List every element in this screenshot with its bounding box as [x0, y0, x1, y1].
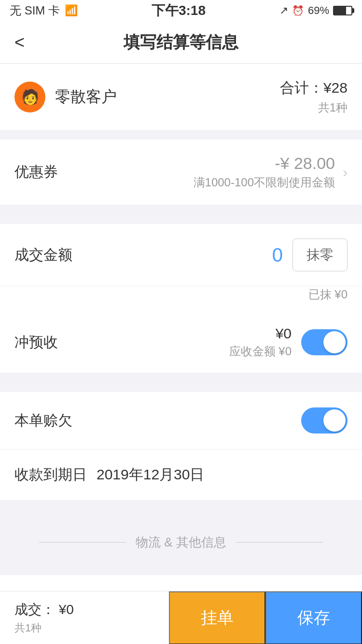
customer-row: 🧑 零散客户 合计：¥28 共1种	[0, 64, 362, 130]
battery-icon	[333, 6, 352, 15]
bottom-count: 共1种	[14, 621, 154, 635]
prepay-row: 冲预收 ¥0 应收金额 ¥0	[0, 312, 362, 373]
credit-row: 本单赊欠	[0, 392, 362, 449]
coupon-right: -¥ 28.00 满1000-100不限制使用金额 ›	[194, 154, 348, 190]
customer-name: 零散客户	[55, 86, 117, 108]
save-button[interactable]: 保存	[265, 591, 362, 644]
bottom-bar: 成交： ¥0 共1种 挂单 保存	[0, 591, 362, 644]
prepay-amount-col: ¥0 应收金额 ¥0	[229, 325, 292, 359]
prepay-toggle[interactable]	[301, 329, 348, 355]
total-count: 共1种	[280, 100, 348, 115]
page-content: 🧑 零散客户 合计：¥28 共1种 优惠券 -¥ 28.00 满1000-100…	[0, 64, 362, 644]
credit-toggle[interactable]	[301, 407, 348, 434]
prepay-right: ¥0 应收金额 ¥0	[229, 325, 348, 359]
status-left: 无 SIM 卡 📶	[10, 3, 78, 18]
alarm-icon: ⏰	[292, 5, 304, 16]
location-icon: ↗	[279, 4, 288, 17]
total-price: 合计：¥28	[280, 78, 348, 98]
logistics-divider: 物流 & 其他信息	[0, 534, 362, 551]
logistics-label: 物流 & 其他信息	[136, 534, 226, 551]
customer-avatar: 🧑	[14, 82, 45, 112]
wifi-icon: 📶	[65, 4, 78, 17]
section-gap-3	[0, 510, 362, 519]
logistics-divider-section: 物流 & 其他信息	[0, 519, 362, 565]
transaction-sub-row: 已抹 ¥0	[0, 286, 362, 312]
battery-label: 69%	[308, 4, 329, 17]
coupon-section: 优惠券 -¥ 28.00 满1000-100不限制使用金额 ›	[0, 140, 362, 205]
time-label: 下午3:18	[152, 1, 206, 20]
customer-total: 合计：¥28 共1种	[280, 78, 348, 115]
coupon-desc: 满1000-100不限制使用金额	[194, 175, 335, 190]
carrier-label: 无 SIM 卡	[10, 3, 60, 18]
bottom-transaction-label: 成交： ¥0	[14, 601, 154, 619]
status-bar: 无 SIM 卡 📶 下午3:18 ↗ ⏰ 69%	[0, 0, 362, 21]
transaction-right: 0 抹零	[272, 238, 348, 271]
transaction-amount: 0	[272, 244, 283, 266]
prepay-amount: ¥0	[229, 325, 292, 342]
avatar-icon: 🧑	[21, 88, 39, 105]
credit-label: 本单赊欠	[14, 411, 72, 431]
nav-bar: < 填写结算等信息	[0, 21, 362, 64]
prepay-label: 冲预收	[14, 333, 58, 352]
due-date-label: 收款到期日	[14, 465, 87, 485]
status-right: ↗ ⏰ 69%	[279, 4, 352, 17]
back-button[interactable]: <	[14, 32, 25, 53]
section-gap-2	[0, 382, 362, 392]
section-gap-1	[0, 214, 362, 224]
bottom-transaction-prefix: 成交：	[14, 602, 55, 617]
transaction-row: 成交金额 0 抹零	[0, 224, 362, 286]
round-zero-button[interactable]: 抹零	[292, 238, 348, 271]
due-date-value: 2019年12月30日	[97, 465, 204, 485]
transaction-sub-text: 已抹 ¥0	[308, 288, 348, 301]
credit-section: 本单赊欠 收款到期日 2019年12月30日	[0, 392, 362, 500]
prepay-receivable: 应收金额 ¥0	[229, 344, 292, 359]
coupon-discount: -¥ 28.00	[194, 154, 335, 173]
coupon-chevron: ›	[343, 164, 348, 181]
bottom-info: 成交： ¥0 共1种	[0, 601, 169, 635]
due-date-row: 收款到期日 2019年12月30日	[0, 449, 362, 500]
hang-button[interactable]: 挂单	[169, 591, 265, 644]
page-title: 填写结算等信息	[124, 31, 238, 54]
customer-info: 🧑 零散客户	[14, 82, 117, 112]
bottom-transaction-value: ¥0	[59, 602, 74, 617]
coupon-value-col: -¥ 28.00 满1000-100不限制使用金额	[194, 154, 335, 190]
coupon-label: 优惠券	[14, 162, 58, 182]
transaction-label: 成交金额	[14, 245, 72, 265]
coupon-row[interactable]: 优惠券 -¥ 28.00 满1000-100不限制使用金额 ›	[0, 140, 362, 205]
section-gap-4	[0, 565, 362, 575]
transaction-section: 成交金额 0 抹零 已抹 ¥0 冲预收 ¥0 应收金额 ¥0	[0, 224, 362, 373]
